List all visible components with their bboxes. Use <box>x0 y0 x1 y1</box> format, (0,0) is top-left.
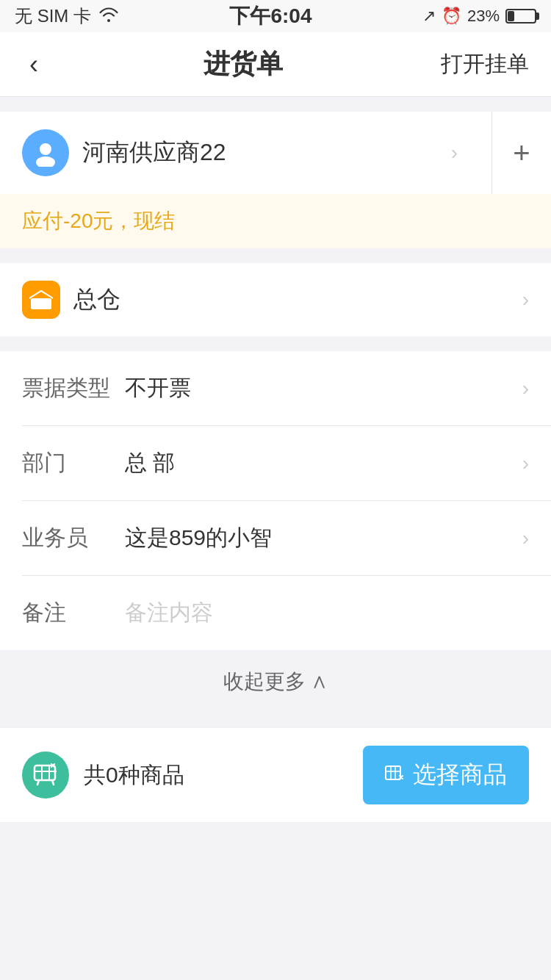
remark-label: 备注 <box>22 598 125 628</box>
back-button[interactable]: ‹ <box>22 42 46 87</box>
remark-row[interactable]: 备注 备注内容 <box>0 576 551 650</box>
notice-bar: 应付-20元，现结 <box>0 194 551 248</box>
cart-icon <box>22 752 69 799</box>
remark-input[interactable]: 备注内容 <box>125 598 529 628</box>
gray-bottom-area <box>0 822 551 980</box>
wifi-icon <box>98 6 119 26</box>
dept-label: 部门 <box>22 448 125 478</box>
supplier-avatar <box>22 129 69 176</box>
goods-count-label: 共0种商品 <box>84 760 348 790</box>
invoice-row[interactable]: 票据类型 不开票 › <box>0 351 551 425</box>
form-section: 票据类型 不开票 › 部门 总 部 › 业务员 这是859的小智 › 备注 备注… <box>0 351 551 650</box>
svg-rect-7 <box>386 766 400 779</box>
section-gap-1 <box>0 97 551 112</box>
sales-chevron-icon: › <box>522 527 529 550</box>
svg-point-0 <box>40 143 51 155</box>
warehouse-icon <box>22 281 60 319</box>
sales-value: 这是859的小智 <box>125 523 522 553</box>
carrier-label: 无 SIM 卡 <box>15 4 91 28</box>
supplier-row[interactable]: 河南供应商22 › <box>0 112 491 194</box>
status-right: ↗ ⏰ 23% <box>422 7 536 26</box>
location-icon: ↗ <box>422 7 436 26</box>
open-pending-button[interactable]: 打开挂单 <box>441 49 529 79</box>
svg-rect-3 <box>35 765 55 780</box>
add-supplier-button[interactable]: + <box>492 112 551 194</box>
dept-row[interactable]: 部门 总 部 › <box>0 426 551 500</box>
supplier-chevron-icon: › <box>451 141 458 165</box>
supplier-name: 河南供应商22 <box>82 137 438 169</box>
dept-chevron-icon: › <box>522 452 529 475</box>
supplier-section: 河南供应商22 › + <box>0 112 551 194</box>
dept-value: 总 部 <box>125 448 522 478</box>
invoice-chevron-icon: › <box>522 377 529 400</box>
notice-text: 应付-20元，现结 <box>22 209 175 232</box>
warehouse-row[interactable]: 总仓 › <box>0 263 551 336</box>
page-title: 进货单 <box>204 46 283 82</box>
battery-percent: 23% <box>467 7 500 26</box>
status-bar: 无 SIM 卡 下午6:04 ↗ ⏰ 23% <box>0 0 551 32</box>
battery-icon <box>505 9 536 24</box>
invoice-value: 不开票 <box>125 373 522 403</box>
invoice-label: 票据类型 <box>22 373 125 403</box>
sales-row[interactable]: 业务员 这是859的小智 › <box>0 501 551 575</box>
bottom-bar: 共0种商品 选择商品 <box>0 728 551 822</box>
select-goods-button[interactable]: 选择商品 <box>363 746 529 804</box>
svg-rect-2 <box>31 298 51 309</box>
collapse-label: 收起更多 ∧ <box>223 668 328 696</box>
warehouse-name: 总仓 <box>73 284 509 316</box>
svg-point-1 <box>36 156 55 167</box>
nav-bar: ‹ 进货单 打开挂单 <box>0 32 551 97</box>
section-gap-3 <box>0 336 551 351</box>
section-gap-2 <box>0 248 551 263</box>
collapse-row[interactable]: 收起更多 ∧ <box>0 650 551 713</box>
sales-label: 业务员 <box>22 523 125 553</box>
alarm-icon: ⏰ <box>442 7 461 26</box>
status-left: 无 SIM 卡 <box>15 4 119 28</box>
warehouse-chevron-icon: › <box>522 288 529 311</box>
status-time: 下午6:04 <box>229 2 311 30</box>
select-goods-label: 选择商品 <box>413 759 507 791</box>
